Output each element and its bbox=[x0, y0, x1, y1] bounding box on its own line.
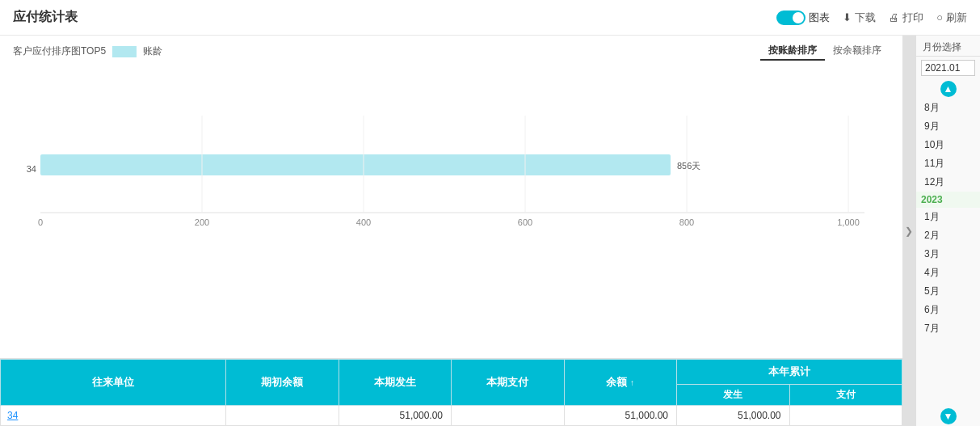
refresh-icon: ○ bbox=[936, 11, 943, 23]
data-table: 往来单位 期初余额 本期发生 本期支付 余额 ↑ 本年累计 bbox=[0, 359, 902, 426]
col-ytd-pay-header: 支付 bbox=[789, 385, 902, 406]
refresh-button[interactable]: ○ 刷新 bbox=[936, 11, 967, 25]
chart-header: 客户应付排序图TOP5 账龄 按账龄排序 按余额排序 bbox=[0, 36, 902, 67]
bar-end-label: 856天 bbox=[677, 161, 700, 171]
month-item[interactable]: 10月 bbox=[916, 136, 980, 154]
sort-by-age-button[interactable]: 按账龄排序 bbox=[760, 42, 825, 61]
download-label: 下载 bbox=[855, 11, 876, 25]
chart-area: 34 856天 0 200 400 600 800 1,000 bbox=[0, 67, 902, 358]
page-root: 应付统计表 图表 ⬇ 下载 🖨 打印 ○ 刷新 bbox=[0, 0, 980, 426]
svg-text:600: 600 bbox=[518, 217, 532, 227]
chart-label: 图表 bbox=[809, 11, 830, 25]
sidebar-down-button[interactable]: ▼ bbox=[940, 408, 957, 424]
y-axis-label: 34 bbox=[27, 164, 36, 174]
legend-box bbox=[112, 46, 137, 57]
sidebar-title: 月份选择 bbox=[916, 36, 980, 57]
table-body: 3451,000.0051,000.0051,000.00 bbox=[1, 406, 902, 426]
month-item[interactable]: 1月 bbox=[916, 208, 980, 226]
chart-toggle-group: 图表 bbox=[776, 11, 830, 25]
month-item[interactable]: 6月 bbox=[916, 301, 980, 319]
col-current-pay-header: 本期支付 bbox=[452, 360, 565, 406]
month-item[interactable]: 2023 bbox=[916, 192, 980, 208]
sidebar-inner: 月份选择 ▲ 8月9月10月11月12月20231月2月3月4月5月6月7月 ▼ bbox=[916, 36, 980, 426]
unit-link[interactable]: 34 bbox=[7, 410, 18, 421]
print-label: 打印 bbox=[902, 11, 923, 25]
legend-text: 账龄 bbox=[143, 44, 162, 58]
svg-text:1,000: 1,000 bbox=[837, 217, 860, 227]
month-item[interactable]: 2月 bbox=[916, 226, 980, 245]
table-section: 往来单位 期初余额 本期发生 本期支付 余额 ↑ 本年累计 bbox=[0, 358, 902, 426]
month-item[interactable]: 8月 bbox=[916, 99, 980, 117]
svg-text:400: 400 bbox=[356, 217, 371, 227]
month-item[interactable]: 9月 bbox=[916, 117, 980, 136]
col-current-occur-header: 本期发生 bbox=[339, 360, 452, 406]
download-button[interactable]: ⬇ 下载 bbox=[843, 11, 876, 25]
main-area: 客户应付排序图TOP5 账龄 按账龄排序 按余额排序 34 bbox=[0, 36, 980, 426]
chart-section: 客户应付排序图TOP5 账龄 按账龄排序 按余额排序 34 bbox=[0, 36, 902, 426]
col-ytd-header: 本年累计 bbox=[677, 360, 902, 385]
unit-cell: 34 bbox=[1, 406, 226, 426]
svg-text:200: 200 bbox=[195, 217, 209, 227]
download-icon: ⬇ bbox=[843, 11, 852, 23]
chart-sort-buttons: 按账龄排序 按余额排序 bbox=[760, 42, 890, 61]
sidebar-up-button[interactable]: ▲ bbox=[940, 81, 957, 97]
col-period-balance-header: 期初余额 bbox=[226, 360, 339, 406]
month-item[interactable]: 7月 bbox=[916, 319, 980, 338]
month-item[interactable]: 4月 bbox=[916, 264, 980, 282]
legend-title: 客户应付排序图TOP5 bbox=[13, 44, 106, 58]
month-list: 8月9月10月11月12月20231月2月3月4月5月6月7月 bbox=[916, 99, 980, 407]
current_pay-cell bbox=[452, 406, 565, 426]
table-wrapper: 往来单位 期初余额 本期发生 本期支付 余额 ↑ 本年累计 bbox=[0, 359, 902, 426]
chart-toggle[interactable] bbox=[776, 11, 805, 25]
sidebar-date-input[interactable] bbox=[921, 60, 975, 76]
ytd_pay-cell bbox=[789, 406, 902, 426]
month-item[interactable]: 11月 bbox=[916, 154, 980, 173]
col-unit-header: 往来单位 bbox=[1, 360, 226, 406]
print-button[interactable]: 🖨 打印 bbox=[889, 11, 923, 25]
table-header-row: 往来单位 期初余额 本期发生 本期支付 余额 ↑ 本年累计 bbox=[1, 360, 902, 385]
balance-sort-icon[interactable]: ↑ bbox=[630, 378, 634, 387]
page-title: 应付统计表 bbox=[13, 9, 78, 26]
ytd_occur-cell: 51,000.00 bbox=[677, 406, 790, 426]
period_balance-cell bbox=[226, 406, 339, 426]
balance-cell: 51,000.00 bbox=[564, 406, 677, 426]
month-item[interactable]: 5月 bbox=[916, 282, 980, 301]
header: 应付统计表 图表 ⬇ 下载 🖨 打印 ○ 刷新 bbox=[0, 0, 980, 36]
refresh-label: 刷新 bbox=[946, 11, 967, 25]
month-item[interactable]: 3月 bbox=[916, 245, 980, 264]
header-actions: 图表 ⬇ 下载 🖨 打印 ○ 刷新 bbox=[776, 11, 967, 25]
chart-legend: 客户应付排序图TOP5 账龄 bbox=[13, 44, 162, 58]
svg-text:0: 0 bbox=[38, 217, 43, 227]
month-item[interactable]: 12月 bbox=[916, 173, 980, 192]
sidebar-expand-arrow[interactable]: ❯ bbox=[902, 36, 915, 426]
col-balance-header: 余额 ↑ bbox=[564, 360, 677, 406]
chart-svg: 34 856天 0 200 400 600 800 1,000 bbox=[0, 67, 902, 358]
right-sidebar: 月份选择 ▲ 8月9月10月11月12月20231月2月3月4月5月6月7月 ▼ bbox=[915, 36, 980, 426]
col-ytd-occur-header: 发生 bbox=[677, 385, 790, 406]
sort-by-balance-button[interactable]: 按余额排序 bbox=[825, 42, 890, 61]
svg-text:800: 800 bbox=[679, 217, 694, 227]
print-icon: 🖨 bbox=[889, 11, 899, 23]
current_occur-cell: 51,000.00 bbox=[339, 406, 452, 426]
chart-bar bbox=[40, 154, 671, 175]
table-row: 3451,000.0051,000.0051,000.00 bbox=[1, 406, 902, 426]
sidebar-wrapper: ❯ 月份选择 ▲ 8月9月10月11月12月20231月2月3月4月5月6月7月… bbox=[902, 36, 980, 426]
